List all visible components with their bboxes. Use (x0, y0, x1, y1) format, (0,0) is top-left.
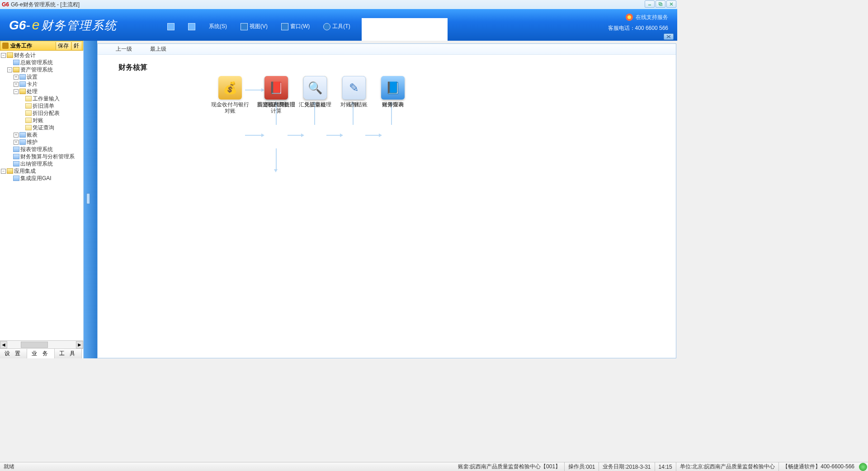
page-title: 财务核算 (118, 63, 676, 72)
salary-icon: 📕 (264, 76, 288, 100)
leaf-icon (25, 118, 32, 123)
help-icon (323, 23, 330, 30)
folder-icon (13, 161, 19, 167)
app-logo: G6 - e 财务管理系统 (9, 17, 117, 33)
menu-icon-1[interactable] (167, 23, 175, 30)
leaf-icon (25, 103, 32, 109)
window-icon (281, 23, 288, 30)
scroll-left-icon[interactable]: ◄ (0, 341, 7, 348)
tree-node-ledger[interactable]: +账表 (1, 131, 82, 138)
splitter[interactable] (84, 41, 97, 358)
tree-node-appint[interactable]: −应用集成 (1, 167, 82, 175)
monitor-icon (167, 23, 175, 30)
tree-node-gai[interactable]: 集成应用GAI (1, 175, 82, 182)
folder-open-icon (19, 89, 26, 94)
sidebar-header-icon (2, 43, 9, 49)
leaf-icon (25, 110, 32, 116)
tree-node-depalloc[interactable]: 折旧分配表 (1, 109, 82, 117)
sidebar-tab-settings[interactable]: 设 置 (0, 349, 27, 358)
service-phone: 客服电话：400 6600 566 (608, 24, 668, 32)
sidebar-hscroll[interactable]: ◄ ► (0, 340, 83, 348)
tree-node-setting[interactable]: +设置 (1, 73, 82, 81)
folder-open-icon (7, 168, 13, 174)
close-button[interactable] (666, 0, 676, 8)
main-menu: 系统(S) 视图(V) 窗口(W) 工具(T) (167, 23, 350, 30)
maximize-button[interactable] (656, 0, 665, 8)
sidebar-tab-tools[interactable]: 工 具 (55, 349, 82, 358)
scroll-thumb[interactable] (21, 342, 48, 348)
titlebar-logo-icon: G6 (2, 1, 9, 8)
menu-icon-2[interactable] (188, 23, 195, 30)
flow-diagram: 📦 固定资产与折旧计算 ¥ 汇兑损益处理 🗎 对账与结账 📄 财务报表 💰 现金… (116, 76, 676, 212)
flow-node-book[interactable]: 📘 账簿查询 (373, 76, 412, 108)
book-icon: 📘 (381, 76, 405, 100)
tree-node-card[interactable]: +卡片 (1, 81, 82, 88)
folder-open-icon (7, 52, 13, 58)
folder-open-icon (13, 67, 19, 72)
leaf-icon (25, 96, 32, 101)
flow-node-cashbank[interactable]: 💰 现金收付与银行对账 (211, 76, 250, 114)
menu-window[interactable]: 窗口(W) (281, 23, 310, 30)
scroll-right-icon[interactable]: ► (76, 341, 83, 348)
breadcrumb-top[interactable]: 最上级 (150, 45, 166, 53)
folder-icon (19, 132, 26, 138)
folder-icon (13, 176, 19, 181)
folder-icon (13, 60, 19, 65)
flow-node-post[interactable]: ✎ 记账 (335, 76, 373, 108)
tree-node-gl[interactable]: 总账管理系统 (1, 59, 82, 66)
header-blank-area (362, 18, 448, 41)
tree-node-cashier[interactable]: 出纳管理系统 (1, 160, 82, 167)
online-support[interactable]: 在线支持服务 (625, 13, 668, 22)
close-icon (666, 35, 671, 38)
tree-node-voucherq[interactable]: 凭证查询 (1, 124, 82, 131)
flow-node-salary[interactable]: 📕 薪资福利费处理 (257, 76, 296, 108)
leaf-icon (25, 125, 32, 130)
tree-node-check[interactable]: 对账 (1, 117, 82, 124)
sidebar-tabs: 设 置 业 务 工 具 (0, 348, 83, 358)
support-icon (625, 13, 634, 22)
pen-icon: ✎ (342, 76, 366, 100)
magnifier-icon: 🔍 (303, 76, 327, 100)
tree-node-reportmgr[interactable]: 报表管理系统 (1, 146, 82, 153)
folder-icon (13, 147, 19, 152)
splitter-grip-icon[interactable] (86, 193, 90, 204)
tree-node-budget[interactable]: 财务预算与分析管理系 (1, 153, 82, 160)
cash-icon: 💰 (218, 76, 242, 100)
grid-icon (188, 23, 195, 30)
sidebar-extra-button[interactable]: 釺 (71, 42, 81, 50)
menu-system[interactable]: 系统(S) (209, 23, 227, 30)
minimize-button[interactable] (645, 0, 655, 8)
breadcrumb-up[interactable]: 上一级 (116, 45, 132, 53)
tree-node-deplist[interactable]: 折旧清单 (1, 102, 82, 109)
folder-icon (13, 154, 19, 159)
tree-node-asset[interactable]: −资产管理系统 (1, 66, 82, 73)
nav-tree[interactable]: −财务会计 总账管理系统 −资产管理系统 +设置 +卡片 −处理 工作量输入 折… (0, 51, 83, 340)
tree-node-workload[interactable]: 工作量输入 (1, 95, 82, 102)
menu-view[interactable]: 视图(V) (241, 23, 268, 30)
menu-tools[interactable]: 工具(T) (323, 23, 350, 30)
sidebar-tab-business[interactable]: 业 务 (27, 349, 54, 358)
sidebar-header-title: 业务工作 (10, 42, 32, 50)
flow-node-audit[interactable]: 🔍 凭证审核 (296, 76, 335, 108)
window-title: G6-e财务管理系统 - [主流程] (11, 1, 80, 9)
folder-icon (19, 139, 26, 145)
sidebar: 业务工作 保存 釺 −财务会计 总账管理系统 −资产管理系统 +设置 +卡片 −… (0, 41, 84, 358)
tree-node-finance[interactable]: −财务会计 (1, 52, 82, 59)
folder-icon (19, 81, 26, 87)
view-icon (241, 23, 248, 30)
svg-point-6 (627, 15, 631, 19)
main-panel: 上一级 最上级 财务核算 📦 (97, 43, 676, 358)
mdi-close-button[interactable] (664, 33, 674, 40)
header: G6 - e 财务管理系统 系统(S) 视图(V) 窗口(W) 工具(T) 在线… (0, 9, 677, 41)
sidebar-save-button[interactable]: 保存 (56, 42, 71, 50)
tree-node-maintain[interactable]: +维护 (1, 138, 82, 146)
sidebar-header: 业务工作 保存 釺 (0, 41, 83, 51)
tree-node-process[interactable]: −处理 (1, 88, 82, 95)
breadcrumb: 上一级 最上级 (98, 44, 676, 55)
folder-icon (19, 74, 26, 80)
titlebar: G6 G6-e财务管理系统 - [主流程] (0, 0, 677, 9)
